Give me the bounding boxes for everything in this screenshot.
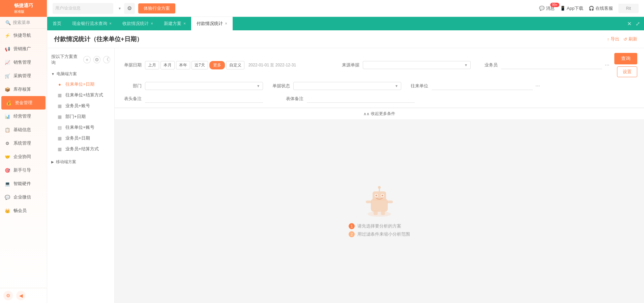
user-selector[interactable]: 用户/企业信息 xyxy=(53,3,113,14)
scheme-item-staff-settle[interactable]: ▦ 业务员+结算方式 xyxy=(47,144,114,154)
topbar: 用户/企业信息 ▾ ⚙ 体验行业方案 💬 消息 99+ 📱 App下载 🎧 在线… xyxy=(47,0,644,17)
tab-new-scheme[interactable]: 新建方案 × xyxy=(158,17,191,30)
scheme-item-partner-date[interactable]: ● 往来单位+日期 xyxy=(47,79,114,90)
sidebar-item-wechat-label: 企业微信 xyxy=(13,194,31,200)
scheme-panel-label: 按以下方案查询 xyxy=(51,54,81,66)
staff-input[interactable] xyxy=(501,61,602,69)
scheme-item-staff-account[interactable]: ▦ 业务员+账号 xyxy=(47,100,114,111)
refresh-btn[interactable]: ↺ 刷新 xyxy=(623,36,637,42)
sidebar-item-guide[interactable]: 🎯 新手引导 xyxy=(0,163,47,177)
sidebar-item-system[interactable]: ⚙ 系统管理 xyxy=(0,137,47,150)
desktop-section-label: 电脑端方案 xyxy=(57,71,77,77)
dept-select[interactable]: ▾ xyxy=(145,82,263,90)
source-chevron-icon: ▾ xyxy=(465,63,467,67)
app-download-btn[interactable]: 📱 App下载 xyxy=(560,5,583,11)
staff-date-icon: ▦ xyxy=(57,135,63,141)
sidebar-item-funds-label: 资金管理 xyxy=(15,100,32,106)
sidebar-item-basic-info[interactable]: 📋 基础信息 xyxy=(0,123,47,137)
tab-new-scheme-close[interactable]: × xyxy=(183,21,186,26)
guide-icon: 🎯 xyxy=(4,167,11,174)
sidebar-collapse-btn[interactable]: ◀ xyxy=(16,291,26,300)
date-btn-7days[interactable]: 近7天 xyxy=(192,61,208,69)
message-btn[interactable]: 💬 消息 99+ xyxy=(539,5,555,11)
tabbar-close-all-icon[interactable]: ✕ xyxy=(627,21,632,27)
empty-area: 1 请先选择要分析的方案 2 用过滤条件来缩小分析范围 xyxy=(115,119,644,303)
body-note-input[interactable] xyxy=(307,95,415,103)
tab-cash-flow-close[interactable]: × xyxy=(109,21,112,26)
partner-input-area: ··· xyxy=(432,82,539,90)
partner-more-icon[interactable]: ··· xyxy=(535,83,540,89)
date-label: 单据日期 xyxy=(121,62,145,68)
sidebar-item-operations[interactable]: 📊 经营管理 xyxy=(0,110,47,123)
collapse-bar[interactable]: ∧∧ 收起更多条件 xyxy=(115,108,644,119)
sidebar-item-quick-nav[interactable]: ⚡ 快捷导航 xyxy=(0,29,47,42)
page-header-actions: ↑ 导出 ↺ 刷新 xyxy=(607,36,638,42)
online-service-btn[interactable]: 🎧 在线客服 xyxy=(589,5,613,11)
query-btn[interactable]: 查询 xyxy=(614,53,637,64)
tab-receipt-stats[interactable]: 收款情况统计 × xyxy=(117,17,158,30)
sidebar-item-purchase[interactable]: 🛒 采购管理 xyxy=(0,69,47,83)
scheme-settings-btn[interactable]: ⚙ xyxy=(93,56,100,63)
page-content: 付款情况统计（往来单位+日期） ↑ 导出 ↺ 刷新 按以下方案查询 + ⚙ xyxy=(47,30,644,303)
export-icon: ↑ xyxy=(607,37,610,42)
sidebar-item-inventory[interactable]: 📦 库存核算 xyxy=(0,83,47,96)
avatar-text: Rit xyxy=(626,6,631,11)
date-btn-custom[interactable]: 自定义 xyxy=(226,61,244,69)
empty-tip-2: 2 用过滤条件来缩小分析范围 xyxy=(349,231,410,237)
scheme-item-partner-account[interactable]: ▤ 往来单位+账号 xyxy=(47,122,114,133)
doc-status-select[interactable]: ▾ xyxy=(293,82,401,90)
search-menu[interactable]: 🔍 搜索菜单 xyxy=(0,17,47,29)
user-chevron-icon[interactable]: ▾ xyxy=(119,6,121,11)
tab-payment-stats[interactable]: 付款情况统计 × xyxy=(191,17,233,30)
tab-new-scheme-label: 新建方案 xyxy=(164,21,181,27)
staff-more-icon[interactable]: ··· xyxy=(605,62,609,68)
date-btns: 上月 本月 本年 近7天 更多 自定义 2022-01-01 至 2022-12… xyxy=(145,61,332,69)
mobile-section-label: 移动端方案 xyxy=(56,159,76,165)
export-btn[interactable]: ↑ 导出 xyxy=(607,36,620,42)
topbar-settings-btn[interactable]: ⚙ xyxy=(124,3,135,14)
scheme-add-btn[interactable]: + xyxy=(83,56,90,63)
app-logo: 畅捷通巧 标准版 xyxy=(0,0,47,17)
svg-rect-11 xyxy=(374,210,378,215)
date-btn-more[interactable]: 更多 xyxy=(209,61,225,69)
sidebar: 畅捷通巧 标准版 🔍 搜索菜单 ⚡ 快捷导航 📢 营销推广 📈 销售管理 🛒 采… xyxy=(0,0,47,303)
tab-receipt-stats-close[interactable]: × xyxy=(151,21,153,26)
sidebar-item-marketing[interactable]: 📢 营销推广 xyxy=(0,42,47,56)
sidebar-item-purchase-label: 采购管理 xyxy=(13,73,31,79)
sidebar-item-quick-nav-label: 快捷导航 xyxy=(13,32,31,38)
sidebar-item-enterprise[interactable]: 🤝 企业协同 xyxy=(0,150,47,163)
scheme-item-partner-settle[interactable]: ▦ 往来单位+结算方式 xyxy=(47,90,114,100)
tab-home[interactable]: 首页 xyxy=(47,17,67,30)
source-select[interactable]: ▾ xyxy=(363,61,471,69)
sidebar-item-sales[interactable]: 📈 销售管理 xyxy=(0,56,47,69)
sidebar-item-smart-hw[interactable]: 💻 智能硬件 xyxy=(0,177,47,190)
scheme-item-dept-date[interactable]: ▦ 部门+日期 xyxy=(47,111,114,122)
tab-payment-stats-close[interactable]: × xyxy=(225,21,227,26)
date-btn-this-year[interactable]: 本年 xyxy=(176,61,190,69)
enterprise-icon: 🤝 xyxy=(4,153,11,160)
settings-btn[interactable]: 设置 xyxy=(617,66,637,77)
user-avatar[interactable]: Rit xyxy=(618,4,639,13)
sidebar-item-funds[interactable]: 💰 资金管理 xyxy=(1,96,46,110)
date-btn-last-month[interactable]: 上月 xyxy=(145,61,159,69)
scheme-section-mobile-title[interactable]: ▶ 移动端方案 xyxy=(47,157,114,167)
scheme-panel-header: 按以下方案查询 + ⚙ 《 xyxy=(47,52,114,68)
sidebar-settings-btn[interactable]: ⚙ xyxy=(3,291,13,300)
trial-btn[interactable]: 体验行业方案 xyxy=(138,3,175,13)
staff-label: 业务员 xyxy=(477,62,501,68)
sidebar-item-wechat[interactable]: 💬 企业微信 xyxy=(0,190,47,204)
sidebar-item-member[interactable]: 👑 畅会员 xyxy=(0,204,47,217)
scheme-item-dept-date-label: 部门+日期 xyxy=(65,114,86,120)
scheme-item-staff-date[interactable]: ▦ 业务员+日期 xyxy=(47,133,114,144)
scheme-section-desktop-title[interactable]: ▼ 电脑端方案 xyxy=(47,69,114,79)
funds-icon: 💰 xyxy=(5,99,12,106)
tab-cash-flow[interactable]: 现金银行流水查询 × xyxy=(67,17,117,30)
tabbar-actions: ✕ ⤢ xyxy=(623,17,644,30)
topbar-right: 💬 消息 99+ 📱 App下载 🎧 在线客服 Rit xyxy=(539,4,639,13)
tabbar-expand-icon[interactable]: ⤢ xyxy=(636,21,640,27)
header-note-input[interactable] xyxy=(145,95,263,103)
scheme-collapse-btn[interactable]: 《 xyxy=(103,56,110,63)
date-btn-this-month[interactable]: 本月 xyxy=(160,61,175,69)
partner-input[interactable] xyxy=(432,82,533,90)
doc-status-chevron-icon: ▾ xyxy=(396,84,398,88)
